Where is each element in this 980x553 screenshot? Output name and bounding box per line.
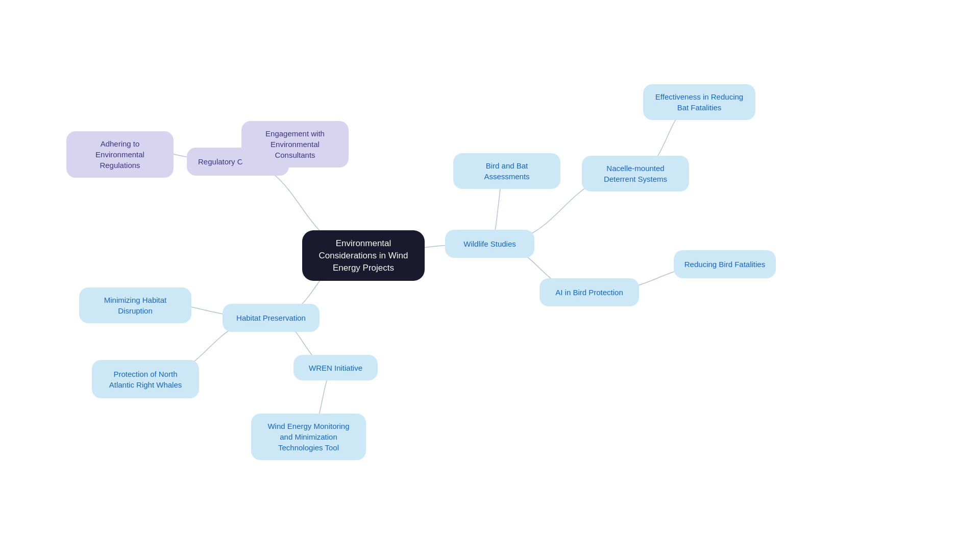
node-wind_tool[interactable]: Wind Energy Monitoring and Minimization …	[251, 414, 366, 460]
node-habitat[interactable]: Habitat Preservation	[223, 304, 320, 332]
node-wildlife[interactable]: Wildlife Studies	[445, 230, 534, 258]
node-bird_bat[interactable]: Bird and Bat Assessments	[453, 153, 560, 189]
node-nacelle[interactable]: Nacelle-mounted Deterrent Systems	[582, 156, 689, 191]
node-engagement[interactable]: Engagement with Environmental Consultant…	[241, 121, 349, 167]
node-north_atlantic[interactable]: Protection of North Atlantic Right Whale…	[92, 360, 199, 398]
node-center[interactable]: Environmental Considerations in Wind Ene…	[302, 230, 425, 281]
node-bat_fatalities[interactable]: Effectiveness in Reducing Bat Fatalities	[643, 84, 755, 120]
node-adhering[interactable]: Adhering to Environmental Regulations	[66, 131, 174, 178]
node-ai_bird[interactable]: AI in Bird Protection	[540, 278, 639, 306]
mind-map-connections	[0, 0, 980, 553]
node-wren[interactable]: WREN Initiative	[293, 355, 378, 380]
node-minimizing[interactable]: Minimizing Habitat Disruption	[79, 287, 191, 323]
node-reducing_bird[interactable]: Reducing Bird Fatalities	[674, 250, 776, 278]
